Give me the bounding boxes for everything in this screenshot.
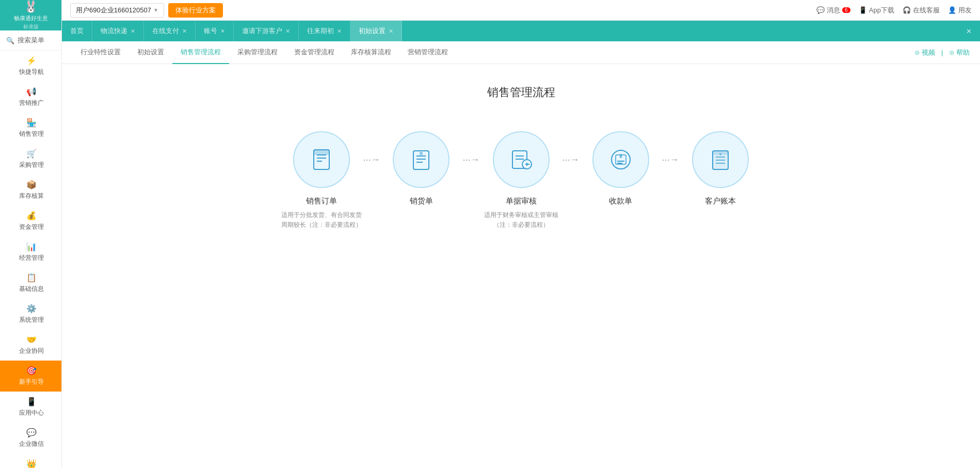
newbie-icon: 🎯 [26, 366, 37, 376]
flow-steps: 销售订单 适用于分批发货、有合同发货周期较长（注：非必要流程） ···→ [93, 131, 949, 230]
user-menu-item[interactable]: 👤 用友 [948, 6, 972, 15]
sub-tab-label: 行业特性设置 [81, 48, 121, 56]
search-label: 搜索菜单 [18, 36, 44, 45]
sub-tab-purchase-flow[interactable]: 采购管理流程 [229, 41, 286, 64]
nav-tab-home[interactable]: 首页 [62, 21, 92, 41]
online-service-label: 在线客服 [913, 6, 940, 15]
nav-tab-invite[interactable]: 邀请下游客户 ✕ [234, 21, 299, 41]
main-content: 行业特性设置 初始设置 销售管理流程 采购管理流程 资金管理流程 库存核算流程 … [62, 41, 980, 468]
nav-tab-init[interactable]: 初始设置 ✕ [350, 21, 402, 41]
sidebar-item-label: 资金管理 [19, 223, 44, 231]
help-link[interactable]: ⊙ 帮助 [949, 48, 970, 57]
sidebar-item-finance[interactable]: 💰 资金管理 [0, 206, 61, 237]
trial-button[interactable]: 体验行业方案 [168, 3, 223, 18]
sub-tab-industry[interactable]: 行业特性设置 [72, 41, 129, 64]
nav-tab-label: 邀请下游客户 [242, 26, 282, 36]
user-selector[interactable]: 用户690企业1660120507 ▼ [70, 3, 164, 18]
sub-tab-finance-flow[interactable]: 资金管理流程 [286, 41, 343, 64]
message-item[interactable]: 💬 消息 6 [816, 6, 850, 15]
logo-icon: 🐰 [24, 0, 38, 13]
top-bar: 用户690企业1660120507 ▼ 体验行业方案 💬 消息 6 📱 App下… [62, 0, 980, 21]
tab-close-icon[interactable]: ✕ [131, 28, 135, 35]
step-title: 客户账本 [705, 196, 736, 206]
sidebar-item-basic-info[interactable]: 📋 基础信息 [0, 268, 61, 299]
flow-step-sales-order: 销售订单 适用于分批发货、有合同发货周期较长（注：非必要流程） [280, 131, 363, 230]
step-title: 收款单 [609, 196, 632, 206]
flow-step-sales-invoice: 销货单 [380, 131, 462, 210]
step-title: 销货单 [410, 196, 433, 206]
sidebar-item-vip[interactable]: 👑 畅会员 [0, 454, 61, 468]
flow-step-customer-ledger: ¥ 客户账本 [679, 131, 762, 210]
sidebar-item-marketing[interactable]: 📢 营销推广 [0, 82, 61, 113]
sidebar-item-app-center[interactable]: 📱 应用中心 [0, 392, 61, 423]
sub-tab-label: 资金管理流程 [294, 48, 334, 56]
sidebar-item-label: 企业协同 [19, 347, 44, 355]
video-link[interactable]: ⊙ 视频 [914, 48, 935, 57]
sidebar-item-collab[interactable]: 🤝 企业协同 [0, 330, 61, 361]
purchase-icon: 🛒 [26, 149, 37, 159]
sidebar-item-label: 销售管理 [19, 130, 44, 138]
collab-icon: 🤝 [26, 335, 37, 345]
divider: | [941, 49, 943, 56]
arrow-icon: ···→ [563, 154, 580, 165]
app-center-icon: 📱 [26, 397, 37, 407]
step-desc: 适用于分批发货、有合同发货周期较长（注：非必要流程） [280, 210, 363, 230]
user-avatar-icon: 👤 [948, 6, 956, 14]
sidebar-item-label: 采购管理 [19, 161, 44, 169]
arrow-icon: ···→ [662, 154, 679, 165]
flow-arrow: ···→ [662, 131, 679, 165]
nav-tab-payment[interactable]: 在线支付 ✕ [144, 21, 196, 41]
sidebar-item-label: 新手引导 [19, 378, 44, 386]
sidebar-item-quick[interactable]: ⚡ 快捷导航 [0, 51, 61, 82]
sub-tab-inventory-flow[interactable]: 库存核算流程 [343, 41, 399, 64]
sidebar: 🐰 畅康通好生意 标准版 🔍 搜索菜单 ⚡ 快捷导航 📢 营销推广 🏪 销售管理… [0, 0, 62, 468]
tab-close-icon[interactable]: ✕ [337, 28, 342, 35]
step-desc: 适用于财务审核或主管审核（注：非必要流程） [480, 210, 563, 230]
message-label: 消息 [827, 6, 840, 15]
sidebar-item-newbie[interactable]: 🎯 新手引导 [0, 361, 61, 392]
sub-tab-label: 营销管理流程 [408, 48, 448, 56]
sub-tab-marketing-flow[interactable]: 营销管理流程 [399, 41, 456, 64]
sub-tab-label: 销售管理流程 [181, 48, 221, 56]
message-icon: 💬 [816, 6, 825, 14]
step-circle: ¥ [692, 131, 749, 188]
tab-close-icon[interactable]: ✕ [220, 28, 225, 35]
nav-tab-label: 首页 [70, 26, 84, 36]
sidebar-item-inventory[interactable]: 📦 库存核算 [0, 175, 61, 206]
sidebar-search[interactable]: 🔍 搜索菜单 [0, 30, 61, 51]
operations-icon: 📊 [26, 242, 37, 252]
sidebar-item-purchase[interactable]: 🛒 采购管理 [0, 144, 61, 175]
sidebar-item-operations[interactable]: 📊 经营管理 [0, 237, 61, 268]
sub-tab-initial[interactable]: 初始设置 [129, 41, 172, 64]
sidebar-item-enterprise-wechat[interactable]: 💬 企业微信 [0, 423, 61, 454]
nav-close-all[interactable]: ✕ [958, 27, 980, 35]
sidebar-logo: 🐰 畅康通好生意 标准版 [0, 0, 61, 30]
nav-tab-account[interactable]: 账号 ✕ [196, 21, 234, 41]
search-icon: 🔍 [6, 37, 14, 44]
sidebar-item-label: 系统管理 [19, 316, 44, 324]
sub-tab-sales-flow[interactable]: 销售管理流程 [172, 41, 229, 64]
sub-tab-actions: ⊙ 视频 | ⊙ 帮助 [914, 48, 970, 57]
svg-text:¥: ¥ [619, 153, 622, 159]
sidebar-item-system[interactable]: ⚙️ 系统管理 [0, 299, 61, 330]
tab-close-icon[interactable]: ✕ [389, 28, 393, 35]
svg-rect-4 [314, 150, 329, 155]
top-bar-right: 💬 消息 6 📱 App下载 🎧 在线客服 👤 用友 [816, 6, 972, 15]
flow-step-receipt: ¥ 收款单 [580, 131, 662, 210]
tab-close-icon[interactable]: ✕ [285, 28, 290, 35]
enterprise-wechat-icon: 💬 [26, 428, 37, 438]
nav-tab-period[interactable]: 往来期初 ✕ [299, 21, 350, 41]
step-circle [493, 131, 550, 188]
sidebar-item-label: 基础信息 [19, 285, 44, 293]
sales-icon: 🏪 [26, 118, 37, 128]
sidebar-item-sales[interactable]: 🏪 销售管理 [0, 113, 61, 144]
sidebar-item-label: 企业微信 [19, 440, 44, 448]
nav-tab-label: 初始设置 [359, 26, 385, 36]
nav-tab-logistics[interactable]: 物流快递 ✕ [92, 21, 144, 41]
logo-text: 畅康通好生意 [14, 14, 48, 22]
sidebar-item-label: 营销推广 [19, 99, 44, 107]
tab-close-icon[interactable]: ✕ [182, 28, 187, 35]
app-download-item[interactable]: 📱 App下载 [859, 6, 894, 15]
step-title: 销售订单 [306, 196, 337, 206]
online-service-item[interactable]: 🎧 在线客服 [903, 6, 940, 15]
